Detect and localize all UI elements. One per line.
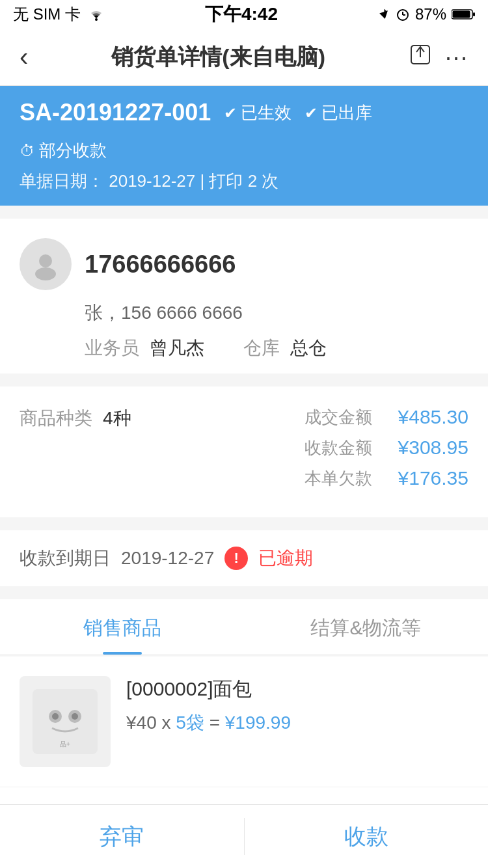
amount-row: 成交金额 ¥485.30 xyxy=(305,406,468,429)
customer-detail: 张，156 6666 6666 xyxy=(85,301,468,325)
order-id-row: SA-20191227-001 已生效 已出库 部分收款 xyxy=(20,99,468,162)
tabs-section: 销售商品 结算&物流等 xyxy=(0,599,488,655)
nav-left: ‹ xyxy=(20,42,28,72)
nav-bar: ‹ 销货单详情(来自电脑) ··· xyxy=(0,29,488,86)
page-title: 销货单详情(来自电脑) xyxy=(111,42,325,72)
product-types-row: 商品种类 4种 xyxy=(20,406,131,431)
overdue-text: 已逾期 xyxy=(258,546,313,571)
status-time: 下午4:42 xyxy=(205,2,278,27)
svg-rect-6 xyxy=(473,12,475,16)
avatar xyxy=(20,238,72,290)
battery-icon xyxy=(452,8,475,20)
location-icon xyxy=(377,8,390,21)
signal-text: 无 SIM 卡 xyxy=(13,4,81,25)
collected-row: 收款金额 ¥308.95 xyxy=(305,437,468,459)
cancel-button[interactable]: 弃审 xyxy=(0,805,244,868)
svg-point-14 xyxy=(72,713,78,720)
share-icon[interactable] xyxy=(409,43,432,71)
tab-sales-products[interactable]: 销售商品 xyxy=(0,599,244,655)
product-info-1: [0000002]面包 ¥40 x 5袋 = ¥199.99 xyxy=(126,676,468,735)
order-id: SA-20191227-001 xyxy=(20,99,211,126)
stats-right: 成交金额 ¥485.30 收款金额 ¥308.95 本单欠款 ¥176.35 xyxy=(305,406,468,498)
due-date: 2019-12-27 xyxy=(121,548,214,569)
tab-settlement[interactable]: 结算&物流等 xyxy=(244,599,488,655)
product-name-1: [0000002]面包 xyxy=(126,676,468,703)
overdue-icon: ! xyxy=(224,547,248,570)
warehouse-field: 仓库 总仓 xyxy=(243,336,327,360)
header-banner: SA-20191227-001 已生效 已出库 部分收款 单据日期： 2019-… xyxy=(0,86,488,206)
svg-text:品+: 品+ xyxy=(60,740,70,748)
confirm-button[interactable]: 收款 xyxy=(245,805,489,868)
svg-point-0 xyxy=(95,18,98,21)
status-badge-1: 已生效 xyxy=(224,102,291,124)
svg-point-9 xyxy=(35,267,56,280)
due-section: 收款到期日 2019-12-27 ! 已逾期 xyxy=(0,530,488,586)
product-item: 品+ [0000002]面包 ¥40 x 5袋 = ¥199.99 xyxy=(0,657,488,787)
status-left: 无 SIM 卡 xyxy=(13,4,105,25)
status-right: 87% xyxy=(377,5,475,23)
stats-left: 商品种类 4种 xyxy=(20,406,131,498)
status-badge-3: 部分收款 xyxy=(20,139,107,162)
customer-section: 17666666666 张，156 6666 6666 业务员 曾凡杰 仓库 总… xyxy=(0,219,488,373)
more-icon[interactable]: ··· xyxy=(445,44,468,71)
customer-row: 17666666666 xyxy=(20,238,468,290)
nav-right: ··· xyxy=(409,43,468,71)
customer-meta: 业务员 曾凡杰 仓库 总仓 xyxy=(85,336,468,360)
product-image-1: 品+ xyxy=(20,676,111,767)
wifi-icon xyxy=(87,8,105,21)
product-price-1: ¥40 x 5袋 = ¥199.99 xyxy=(126,711,468,735)
back-button[interactable]: ‹ xyxy=(20,42,28,72)
stats-section: 商品种类 4种 成交金额 ¥485.30 收款金额 ¥308.95 本单欠款 ¥… xyxy=(0,387,488,517)
battery-text: 87% xyxy=(415,5,446,23)
svg-point-8 xyxy=(39,254,52,267)
salesperson-field: 业务员 曾凡杰 xyxy=(85,336,204,360)
alarm-icon xyxy=(396,7,410,21)
status-badge-2: 已出库 xyxy=(305,102,372,124)
owed-row: 本单欠款 ¥176.35 xyxy=(305,467,468,490)
svg-rect-5 xyxy=(452,11,470,18)
customer-name: 17666666666 xyxy=(85,251,236,278)
due-label: 收款到期日 xyxy=(20,546,111,571)
bottom-bar: 弃审 收款 xyxy=(0,804,488,868)
date-info: 单据日期： 2019-12-27 | 打印 2 次 xyxy=(20,170,468,193)
svg-point-13 xyxy=(52,713,59,720)
status-bar: 无 SIM 卡 下午4:42 87% xyxy=(0,0,488,29)
